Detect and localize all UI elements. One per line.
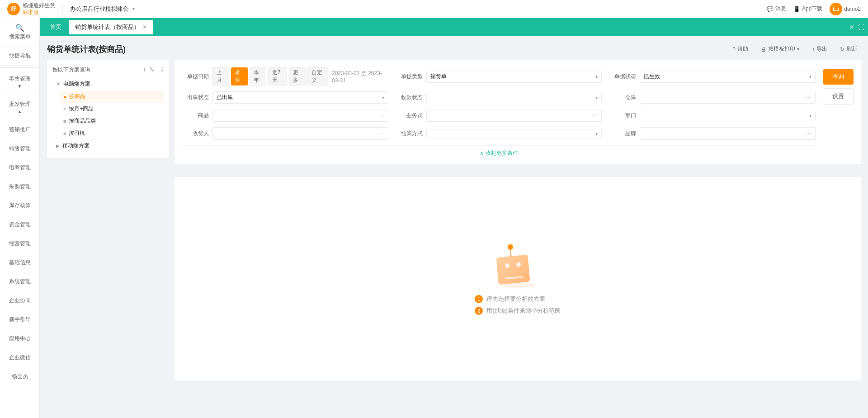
sidebar-item-enterprise[interactable]: 企业协同 xyxy=(0,291,39,310)
tab-close-btn[interactable]: ✕ xyxy=(142,24,147,30)
empty-content: 1 请先选择要分析的方案 2 用[过滤]条件来缩小分析范围 xyxy=(175,177,861,380)
sidebar-item-ecommerce[interactable]: 电商管理 xyxy=(0,158,39,177)
system-dropdown-arrow[interactable]: ▾ xyxy=(132,6,135,11)
order-type-value: 销货单 xyxy=(430,73,594,81)
salesman-input[interactable]: ··· xyxy=(426,109,602,122)
refresh-btn[interactable]: ↻ 刷新 xyxy=(836,43,861,55)
sidebar-item-retail[interactable]: 零售管理 ▼ xyxy=(0,70,39,95)
filter-order-type-group: 单据类型 销货单 ▾ xyxy=(396,71,602,83)
sidebar-item-operation[interactable]: 经营管理 xyxy=(0,234,39,253)
message-btn[interactable]: 💬 消息 xyxy=(767,5,786,13)
refresh-icon: ↻ xyxy=(840,46,844,52)
warehouse-input[interactable]: ··· xyxy=(640,91,816,104)
print-btn[interactable]: 🖨 按模板打印 ▾ xyxy=(757,43,803,55)
top-bar: 好 畅捷通好生意 标准版 办公用品行业模拟账套 ▾ 💬 消息 📱 App下载 E… xyxy=(0,0,868,18)
sidebar-item-sales[interactable]: 销售管理 xyxy=(0,139,39,158)
user-area[interactable]: Ea demo2 xyxy=(830,3,861,15)
step-num-1: 1 xyxy=(475,295,483,303)
print-dropdown-arrow[interactable]: ▾ xyxy=(797,47,799,52)
goods-input[interactable]: ··· xyxy=(212,109,388,122)
receipt-status-select[interactable]: ▾ xyxy=(426,93,602,102)
tree-item-by-goods[interactable]: ● 按商品 xyxy=(60,90,164,103)
date-btn-this-year[interactable]: 本年 xyxy=(250,67,266,86)
date-range: 2023-03-01 至 2023-03-31 xyxy=(332,70,388,84)
app-download-btn[interactable]: 📱 App下载 xyxy=(793,5,822,13)
add-scheme-btn[interactable]: + xyxy=(143,66,146,73)
empty-step-1: 1 请先选择要分析的方案 xyxy=(475,295,560,303)
receiver-dots[interactable]: ··· xyxy=(378,129,384,138)
receipt-status-label: 收款状态 xyxy=(396,94,423,101)
chevron-down-icon: ▼ xyxy=(18,84,22,89)
tab-home[interactable]: 首页 xyxy=(43,20,68,34)
out-status-arrow: ▾ xyxy=(382,95,384,100)
filter-goods-group: 商品 ··· xyxy=(182,109,388,122)
dept-select[interactable]: ▾ xyxy=(640,111,816,120)
query-btn[interactable]: 查询 xyxy=(823,69,854,85)
sidebar-item-guide[interactable]: 新手引导 xyxy=(0,310,39,329)
sidebar-item-search[interactable]: 🔍 搜索菜单 xyxy=(0,18,39,47)
date-btn-last-month[interactable]: 上月 xyxy=(212,67,229,86)
sidebar-item-inventory[interactable]: 库存核算 xyxy=(0,196,39,215)
message-icon: 💬 xyxy=(767,6,774,12)
settle-select[interactable]: ▾ xyxy=(426,129,602,138)
tree-item-mobile[interactable]: ▶ 移动端方案 xyxy=(52,139,164,152)
collapse-btn[interactable]: ∧ 收起更多条件 xyxy=(182,145,816,157)
tree-item-pc[interactable]: ▼ 电脑端方案 xyxy=(52,77,164,90)
date-btn-more[interactable]: 更多 xyxy=(289,67,306,86)
goods-dots[interactable]: ··· xyxy=(378,111,384,119)
out-status-select[interactable]: 已出库 ▾ xyxy=(212,91,388,104)
sidebar-item-quick-nav[interactable]: 快捷导航 xyxy=(0,47,39,66)
receiver-input[interactable]: ··· xyxy=(212,127,388,140)
warehouse-dots[interactable]: ··· xyxy=(806,93,811,101)
receiver-label: 收货人 xyxy=(182,130,209,138)
sidebar-item-basic[interactable]: 基础信息 xyxy=(0,253,39,272)
tab-sales-stat[interactable]: 销货单统计表（按商品） ✕ xyxy=(69,20,153,34)
sidebar-item-app-center[interactable]: 应用中心 xyxy=(0,329,39,348)
order-type-select[interactable]: 销货单 ▾ xyxy=(426,71,602,83)
filter-dept-group: 部门 ▾ xyxy=(609,111,816,120)
export-btn[interactable]: ↑ 导出 xyxy=(808,43,831,55)
sidebar-item-wholesale[interactable]: 批发管理 ▲ xyxy=(0,95,39,120)
sidebar-item-marketing[interactable]: 营销推广 xyxy=(0,120,39,139)
page-content: 销货单统计表(按商品) ? 帮助 🖨 按模板打印 ▾ ↑ 导出 xyxy=(40,36,868,418)
tree-item-by-goods-cat[interactable]: ≡ 按商品品类 xyxy=(60,115,164,127)
sidebar-item-member[interactable]: 畅会员 xyxy=(0,367,39,386)
filter-buttons: 查询 设置 xyxy=(823,67,854,157)
empty-illustration xyxy=(491,242,545,288)
tree-item-by-printer[interactable]: ≡ 按司机 xyxy=(60,127,164,139)
edit-scheme-btn[interactable]: ✎ xyxy=(149,66,155,73)
right-section: 单据日期 上月 本月 本年 近7天 更多 自定义 xyxy=(175,60,861,380)
filter-receipt-status-group: 收款状态 ▾ xyxy=(396,93,602,102)
help-btn[interactable]: ? 帮助 xyxy=(729,43,752,55)
date-btn-7days[interactable]: 近7天 xyxy=(268,67,287,86)
window-close-icon[interactable]: ✕ xyxy=(849,24,854,31)
salesman-dots[interactable]: ··· xyxy=(592,111,598,119)
page-header: 销货单统计表(按商品) ? 帮助 🖨 按模板打印 ▾ ↑ 导出 xyxy=(47,43,861,55)
order-status-select[interactable]: 已生效 ▾ xyxy=(640,71,816,83)
settle-arrow: ▾ xyxy=(595,131,598,136)
tab-expand-btn[interactable]: ✕ ⛶ xyxy=(849,24,864,31)
by-goods-icon: ● xyxy=(63,94,66,100)
order-type-arrow: ▾ xyxy=(595,74,598,79)
top-bar-right: 💬 消息 📱 App下载 Ea demo2 xyxy=(767,3,861,15)
settings-btn[interactable]: 设置 xyxy=(823,88,854,104)
window-maximize-icon[interactable]: ⛶ xyxy=(858,24,864,31)
order-type-label: 单据类型 xyxy=(396,73,423,81)
content-area: 首页 销货单统计表（按商品） ✕ ✕ ⛶ 销货单统计表(按商品) ? 帮助 xyxy=(40,18,868,418)
collapse-panel-btn[interactable]: 《 xyxy=(157,66,164,74)
panel-actions: + ✎ 《 xyxy=(143,66,164,74)
brand-input[interactable]: ··· xyxy=(640,127,816,140)
date-btn-custom[interactable]: 自定义 xyxy=(307,67,328,86)
tree-item-by-month-goods[interactable]: ≡ 按月+商品 xyxy=(60,103,164,115)
tree-chevron-mobile: ▶ xyxy=(56,143,60,148)
print-icon: 🖨 xyxy=(761,46,766,52)
sidebar: 🔍 搜索菜单 快捷导航 零售管理 ▼ 批发管理 ▲ 营销推广 销售管理 电商管理… xyxy=(0,18,40,418)
filter-action-row: 按以下方案查询 + ✎ 《 ▼ 电脑端方案 xyxy=(47,60,861,380)
sidebar-item-wechat[interactable]: 企业微信 xyxy=(0,348,39,367)
sidebar-item-finance[interactable]: 资金管理 xyxy=(0,215,39,234)
sidebar-item-purchase[interactable]: 采购管理 xyxy=(0,177,39,196)
sidebar-item-system[interactable]: 系统管理 xyxy=(0,272,39,291)
brand-dots[interactable]: ··· xyxy=(806,129,811,138)
date-btn-this-month[interactable]: 本月 xyxy=(231,67,248,86)
tree-chevron-pc: ▼ xyxy=(56,81,61,86)
